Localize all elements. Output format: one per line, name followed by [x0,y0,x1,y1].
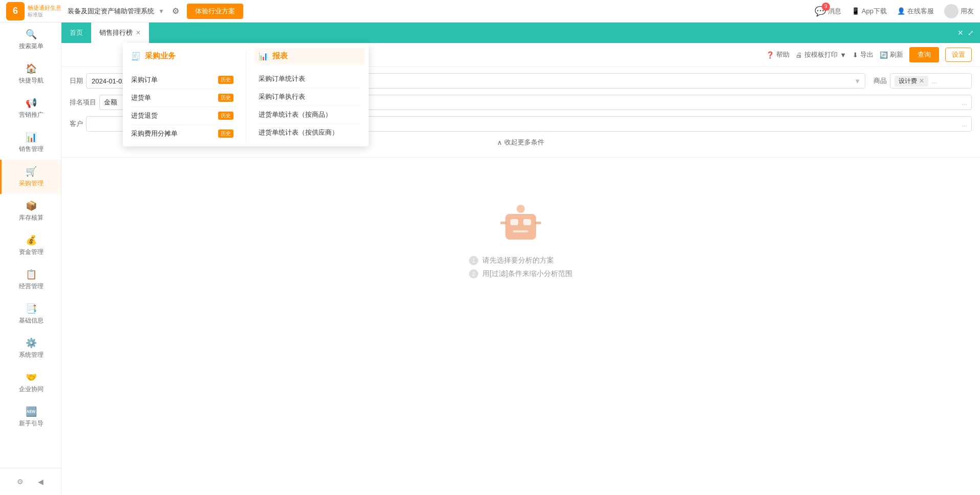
message-icon: 💬 9 [815,6,826,17]
sidebar-label-search: 搜索菜单 [19,42,44,51]
history-tag-1: 历史 [218,94,233,102]
dropdown-item-report-0[interactable]: 采购订单统计表 [259,70,361,88]
sidebar-item-marketing[interactable]: 📢 营销推广 [0,91,61,125]
goods-tag-close[interactable]: ✕ [919,77,924,84]
empty-icon-svg [490,199,551,250]
export-icon: ⬇ [853,51,858,59]
tab-close-icon[interactable]: ✕ [136,29,141,36]
help-btn[interactable]: ❓ 帮助 [766,50,790,59]
tab-fullscreen-icon[interactable]: ⤢ [968,29,974,37]
app-download-label: App下载 [862,7,887,16]
logo-text1: 畅捷通好生意 [28,4,61,11]
status-dropdown-icon[interactable]: ▼ [854,77,861,85]
baseinfo-icon: 📑 [26,303,37,314]
dropdown-item-purchase-order[interactable]: 采购订单 历史 [131,71,233,89]
settings-icon[interactable]: ⚙ [168,4,183,18]
dropdown-item-label: 进货单 [131,93,151,102]
export-btn[interactable]: ⬇ 导出 [853,50,874,59]
print-dropdown-icon: ▼ [840,51,846,59]
empty-illustration [490,199,551,250]
dropdown-item-report-1[interactable]: 采购订单执行表 [259,88,361,106]
reports-title-icon: 📊 [259,52,268,61]
tab-home[interactable]: 首页 [61,23,91,43]
sidebar-item-operations[interactable]: 📋 经营管理 [0,263,61,297]
dropdown-item-expense[interactable]: 采购费用分摊单 历史 [131,125,233,142]
marketing-icon: 📢 [26,97,37,109]
purchase-title-text: 采购业务 [145,51,176,61]
sidebar-label-baseinfo: 基础信息 [19,316,44,325]
goods-filter: 商品 设计费 ✕ ... [874,73,972,89]
app-download-btn[interactable]: 📱 App下载 [851,7,887,16]
history-tag-3: 历史 [218,130,233,138]
goods-label: 商品 [874,76,887,85]
tab-close-page-icon[interactable]: ✕ [957,29,964,37]
sidebar-label-collab: 企业协同 [19,385,44,394]
tip-num-2: 2 [469,269,478,278]
customer-label: 客户 [70,119,83,128]
sidebar-item-search[interactable]: 🔍 搜索菜单 [0,23,61,57]
sidebar-item-system[interactable]: ⚙️ 系统管理 [0,331,61,365]
system-icon: ⚙️ [26,337,37,349]
tab-home-label: 首页 [70,28,83,37]
logo-icon: 6 [6,2,25,20]
inventory-icon: 📦 [26,200,37,211]
sidebar-item-purchase[interactable]: 🛒 采购管理 [0,160,61,194]
sidebar-settings-btn[interactable]: ⚙ [12,474,29,490]
dropdown-item-return[interactable]: 进货退货 历史 [131,107,233,125]
home-icon: 🏠 [26,63,37,74]
collapse-icon: ∧ [497,139,502,146]
phone-icon: 📱 [851,7,860,15]
sidebar-item-guide[interactable]: 🆕 新手引导 [0,400,61,434]
sidebar-item-collab[interactable]: 🤝 企业协同 [0,365,61,400]
refresh-btn[interactable]: 🔄 刷新 [880,50,903,59]
top-header: 6 畅捷通好生意 标准版 装备及固定资产辅助管理系统 ▼ ⚙ 体验行业方案 💬 … [0,0,980,23]
user-area[interactable]: 用友 [944,4,974,18]
dropdown-arrow-icon[interactable]: ▼ [158,8,164,15]
sidebar: 🔍 搜索菜单 🏠 快捷导航 📢 营销推广 📊 销售管理 🛒 采购管理 📦 库存核… [0,23,61,495]
content-area: 首页 销售排行榜 ✕ ✕ ⤢ 🧾 采购业务 采购订单 [61,23,980,495]
sidebar-item-baseinfo[interactable]: 📑 基础信息 [0,297,61,331]
sidebar-label-operations: 经营管理 [19,282,44,291]
dropdown-reports-col: 📊 报表 采购订单统计表 采购订单执行表 进货单统计表（按商品） 进货单统计表（… [250,51,369,142]
search-icon: 🔍 [26,29,37,40]
messages-btn[interactable]: 💬 9 消息 [815,6,841,17]
online-service-btn[interactable]: 👤 在线客服 [897,7,934,16]
tab-sales-rank[interactable]: 销售排行榜 ✕ [91,23,149,43]
guide-icon: 🆕 [26,406,37,417]
svg-rect-0 [505,214,536,240]
svg-rect-5 [535,222,541,224]
print-icon: 🖨 [796,51,802,59]
query-button[interactable]: 查询 [909,47,939,62]
dropdown-item-report-2[interactable]: 进货单统计表（按商品） [259,106,361,124]
print-label: 按模板打印 [804,50,838,59]
dropdown-menu: 🧾 采购业务 采购订单 历史 进货单 历史 进货退货 历史 [123,43,369,146]
export-label: 导出 [860,50,874,59]
sidebar-label-finance: 资金管理 [19,248,44,256]
messages-label: 消息 [828,7,841,16]
online-service-label: 在线客服 [907,7,934,16]
staff-more-dots[interactable]: ... [962,99,967,106]
sidebar-item-finance[interactable]: 💰 资金管理 [0,228,61,263]
dropdown-divider [246,51,246,142]
dropdown-item-report-3[interactable]: 进货单统计表（按供应商） [259,124,361,141]
finance-icon: 💰 [26,234,37,246]
tip-item-1: 1 请先选择要分析的方案 [469,256,572,265]
industry-button[interactable]: 体验行业方案 [187,4,243,19]
sidebar-item-sales[interactable]: 📊 销售管理 [0,125,61,160]
settings-button[interactable]: 设置 [945,48,972,62]
sidebar-collapse-btn[interactable]: ◀ [33,474,49,490]
tip-text-1: 请先选择要分析的方案 [482,256,554,265]
customer-more-dots[interactable]: ... [962,120,967,128]
sidebar-bottom: ⚙ ◀ [0,468,61,495]
dropdown-item-inbound[interactable]: 进货单 历史 [131,89,233,107]
goods-more-dots[interactable]: ... [931,77,937,85]
sidebar-label-marketing: 营销推广 [19,111,44,119]
svg-rect-2 [523,219,531,225]
empty-tips: 1 请先选择要分析的方案 2 用[过滤]条件来缩小分析范围 [469,256,572,278]
sidebar-item-inventory[interactable]: 📦 库存核算 [0,194,61,228]
rank-label: 排名项目 [70,98,96,107]
sidebar-item-quicknav[interactable]: 🏠 快捷导航 [0,57,61,91]
dropdown-reports-title: 📊 报表 [254,48,365,64]
svg-rect-4 [500,222,506,224]
print-template-btn[interactable]: 🖨 按模板打印 ▼ [796,50,846,59]
